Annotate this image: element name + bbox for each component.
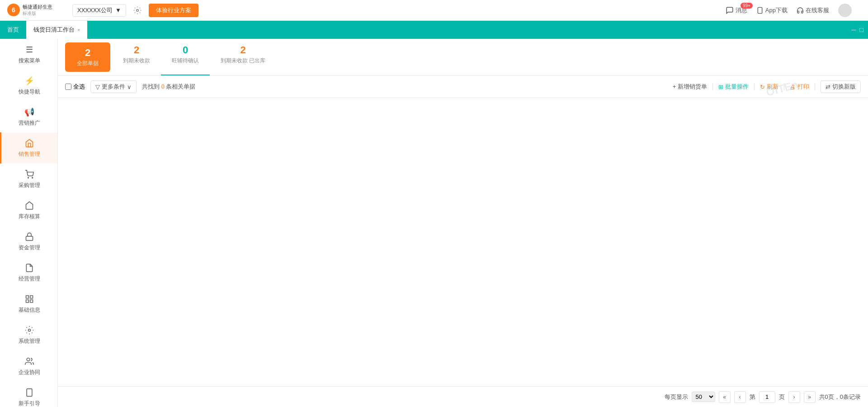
trial-button[interactable]: 体验行业方案: [149, 4, 198, 17]
home-tab[interactable]: 首页: [0, 21, 26, 39]
svg-point-11: [27, 358, 30, 361]
svg-point-10: [28, 329, 31, 332]
refresh-button[interactable]: ↻ 刷新: [760, 83, 778, 91]
sidebar-item-operations[interactable]: 经营管理: [0, 257, 57, 288]
logo-icon: 6: [7, 4, 20, 16]
minimize-icon[interactable]: ─: [852, 26, 856, 33]
page-number-input[interactable]: [759, 391, 775, 403]
maximize-icon[interactable]: □: [860, 26, 863, 33]
search-menu-icon: ☰: [24, 44, 35, 55]
logo-line2: 标准版: [23, 10, 52, 17]
basic-info-icon: [24, 294, 35, 304]
workbench-tab[interactable]: 钱货日清工作台 ×: [26, 21, 87, 39]
chevron-down-icon: ▼: [115, 7, 121, 14]
operations-icon: [24, 262, 35, 273]
app-download-button[interactable]: App下载: [756, 6, 788, 14]
stat-label-wangwang: 旺辅待确认: [172, 57, 199, 65]
stat-tab-all[interactable]: 2 全部单据: [65, 42, 110, 72]
sidebar-label-inventory: 库存核算: [19, 213, 40, 220]
settings-button[interactable]: [131, 4, 144, 17]
stat-tab-wangwang[interactable]: 0 旺辅待确认: [161, 39, 210, 75]
add-sale-button[interactable]: + 新增销货单: [673, 83, 707, 91]
header: 6 畅捷通好生意 标准版 XXXXXX公司 ▼ 体验行业方案 消息 99+: [0, 0, 868, 21]
avatar[interactable]: [838, 4, 852, 17]
separator-2: [754, 83, 755, 90]
separator-1: [712, 83, 713, 90]
workbench-tab-label: 钱货日清工作台: [33, 26, 75, 34]
filter-chevron-icon: ∨: [127, 84, 132, 90]
toolbar-right: + 新增销货单 ⊞ 批量操作 ↻ 刷新 🖨 打印: [673, 80, 861, 93]
first-page-button[interactable]: «: [719, 391, 731, 403]
found-count: 0: [161, 83, 165, 90]
nav-tabs: 首页 钱货日清工作台 × ─ □: [0, 21, 868, 39]
refresh-icon: ↻: [760, 84, 765, 90]
svg-rect-5: [26, 236, 33, 240]
sidebar-label-cooperation: 企业协同: [19, 369, 40, 376]
online-service-label: 在线客服: [806, 6, 829, 14]
finance-icon: [24, 231, 35, 242]
filter-label: 更多条件: [102, 83, 125, 91]
sidebar-label-system: 系统管理: [19, 337, 40, 345]
message-button[interactable]: 消息 99+: [726, 6, 747, 14]
sidebar-label-sales: 销售管理: [19, 150, 40, 158]
found-suffix: 条相关单据: [166, 83, 195, 90]
switch-new-button[interactable]: ⇄ 切换新版: [821, 80, 861, 93]
stat-label-all: 全部单据: [77, 60, 99, 67]
sidebar-label-marketing: 营销推广: [19, 119, 40, 127]
stat-label-overdue-unshipped: 到期未收款 已出库: [221, 57, 265, 65]
next-page-button[interactable]: ›: [788, 391, 800, 403]
switch-label: 切换新版: [832, 83, 856, 91]
message-badge: 99+: [741, 3, 753, 9]
inventory-icon: [24, 200, 35, 211]
print-icon: 🖨: [790, 84, 796, 90]
sidebar-item-finance[interactable]: 资金管理: [0, 226, 57, 257]
select-all-label[interactable]: 全选: [65, 83, 85, 91]
sidebar-item-sales[interactable]: 销售管理: [0, 132, 57, 164]
select-all-text: 全选: [73, 83, 85, 91]
select-all-checkbox[interactable]: [65, 84, 71, 90]
stat-tab-overdue-unshipped[interactable]: 2 到期未收款 已出库: [210, 39, 276, 75]
print-label: 打印: [797, 83, 809, 91]
quick-nav-icon: ⚡: [24, 75, 35, 86]
sidebar-item-search-menu[interactable]: ☰ 搜索菜单: [0, 39, 57, 70]
sidebar-label-purchase: 采购管理: [19, 182, 40, 189]
sidebar-label-quick-nav: 快捷导航: [19, 88, 40, 96]
last-page-button[interactable]: »: [804, 391, 816, 403]
sidebar-item-inventory[interactable]: 库存核算: [0, 195, 57, 226]
sidebar-item-purchase[interactable]: 采购管理: [0, 164, 57, 195]
company-selector[interactable]: XXXXXX公司 ▼: [72, 4, 126, 17]
sidebar-item-quick-nav[interactable]: ⚡ 快捷导航: [0, 70, 57, 101]
stat-num-overdue-unshipped: 2: [241, 44, 246, 56]
per-page-label: 每页显示: [665, 393, 688, 401]
close-tab-icon[interactable]: ×: [77, 27, 80, 33]
stat-tab-overdue-unpaid[interactable]: 2 到期未收款: [112, 39, 161, 75]
sidebar-item-system[interactable]: 系统管理: [0, 319, 57, 351]
stat-num-all: 2: [85, 47, 90, 59]
prev-page-button[interactable]: ‹: [734, 391, 746, 403]
svg-rect-9: [30, 300, 33, 303]
filter-icon: ▽: [95, 84, 100, 90]
filter-button[interactable]: ▽ 更多条件 ∨: [90, 80, 137, 93]
main-layout: ☰ 搜索菜单 ⚡ 快捷导航 📢 营销推广 销售管理: [0, 39, 868, 407]
cooperation-icon: [24, 356, 35, 367]
refresh-label: 刷新: [767, 83, 778, 91]
svg-point-0: [137, 9, 139, 11]
switch-icon: ⇄: [826, 84, 830, 90]
separator-3: [784, 83, 784, 90]
sidebar-item-beginner[interactable]: 新手引导: [0, 382, 57, 407]
svg-rect-8: [26, 300, 29, 303]
sidebar-label-search-menu: 搜索菜单: [19, 57, 40, 65]
svg-point-4: [32, 178, 33, 178]
online-service-button[interactable]: 在线客服: [797, 6, 829, 14]
sidebar-item-cooperation[interactable]: 企业协同: [0, 351, 57, 382]
found-prefix: 共找到: [142, 83, 160, 90]
per-page-select[interactable]: 50 100 200: [692, 392, 715, 402]
sidebar-item-basic-info[interactable]: 基础信息: [0, 288, 57, 319]
beginner-icon: [24, 387, 35, 398]
print-button[interactable]: 🖨 打印: [790, 83, 809, 91]
sidebar-item-marketing[interactable]: 📢 营销推广: [0, 101, 57, 132]
sidebar-label-finance: 资金管理: [19, 244, 40, 252]
batch-operation-button[interactable]: ⊞ 批量操作: [718, 83, 749, 91]
company-name: XXXXXX公司: [77, 6, 113, 14]
system-icon: [24, 325, 35, 336]
